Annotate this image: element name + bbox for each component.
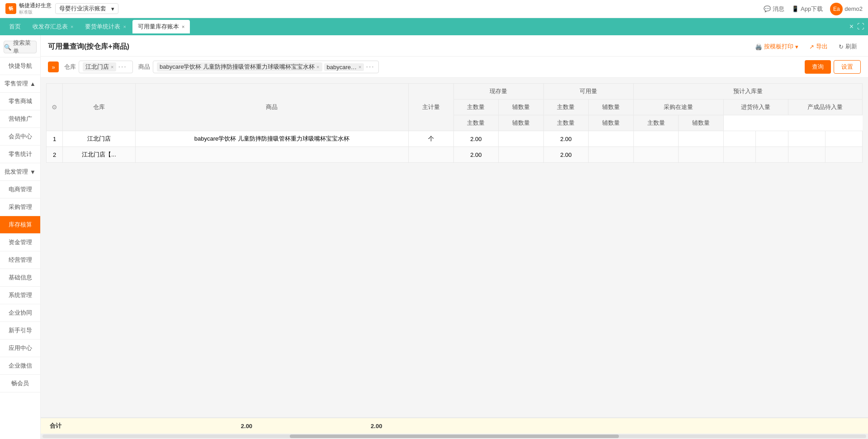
horizontal-scrollbar[interactable]: [41, 434, 868, 439]
sidebar-item-retail-mgmt[interactable]: 零售管理 ▲: [0, 75, 40, 93]
sidebar-item-retail-mall-label: 零售商城: [9, 98, 32, 104]
query-button[interactable]: 查询: [805, 60, 831, 74]
th-in-main: 主数量: [543, 115, 589, 131]
sidebar-item-sys-mgmt[interactable]: 系统管理: [0, 287, 40, 304]
top-bar-right: 💬 消息 📱 App下载 Ea demo2: [764, 3, 863, 15]
gear-icon[interactable]: ⚙: [52, 104, 57, 111]
td-avail-aux-1: [589, 131, 634, 147]
sidebar-item-basic-info[interactable]: 基础信息: [0, 269, 40, 287]
sidebar-item-inventory[interactable]: 库存核算: [0, 216, 40, 234]
product-tag-1-value: babycare学饮杯 儿童防摔防撞吸管杯重力球吸嘴杯宝宝水杯: [160, 63, 315, 71]
th-warehouse: 仓库: [63, 84, 136, 131]
sidebar-item-retail-stats-label: 零售统计: [9, 151, 32, 157]
td-curr-aux-1: [499, 131, 544, 147]
sidebar-item-enterprise[interactable]: 企业协同: [0, 304, 40, 322]
warehouse-tag-remove[interactable]: ×: [111, 64, 113, 70]
sidebar-item-wholesale-mgmt[interactable]: 批发管理 ▼: [0, 163, 40, 181]
sidebar-item-retail-mall[interactable]: 零售商城: [0, 93, 40, 110]
footer-cells: 2.00 2.00: [149, 423, 863, 430]
sidebar-item-ops-mgmt[interactable]: 经营管理: [0, 251, 40, 269]
chevron-down-icon: ▾: [111, 5, 114, 12]
sidebar-item-enterprise-wx[interactable]: 企业微信: [0, 357, 40, 375]
phone-icon: 📱: [792, 5, 799, 12]
filter-toggle-button[interactable]: »: [48, 61, 59, 72]
tab-close-all-button[interactable]: ×: [849, 23, 854, 31]
tab-available-stock[interactable]: 可用量库存账本 ×: [132, 20, 190, 33]
td-product-1: babycare学饮杯 儿童防摔防撞吸管杯重力球吸嘴杯宝宝水杯: [135, 131, 408, 147]
td-unit-2: [408, 147, 453, 163]
filter-more-dots[interactable]: ···: [118, 63, 127, 71]
td-curr-main-2: 2.00: [453, 147, 499, 163]
export-label: 导出: [816, 42, 828, 51]
refresh-icon: ↻: [839, 43, 844, 50]
sidebar-item-member-card[interactable]: 畅会员: [0, 375, 40, 392]
table-footer: 合计 2.00 2.00: [41, 417, 868, 434]
sidebar-item-sys-mgmt-label: 系统管理: [9, 292, 32, 298]
print-template-button[interactable]: 🖨️ 按模板打印 ▾: [751, 41, 802, 52]
sidebar-item-finance-mgmt[interactable]: 资金管理: [0, 234, 40, 251]
scrollbar-thumb[interactable]: [290, 434, 619, 438]
tab-expand-button[interactable]: ⛶: [857, 23, 864, 31]
tab-order-stats-label: 要货单统计表: [85, 23, 120, 31]
sidebar-item-marketing-label: 营销推广: [9, 115, 32, 122]
th-current-stock: 现存量: [453, 84, 543, 99]
sidebar-item-ecom-mgmt[interactable]: 电商管理: [0, 181, 40, 198]
message-button[interactable]: 💬 消息: [764, 5, 784, 13]
table-area: ⚙ 仓库 商品 主计量 现存量 可用量 预计入库量 主数量 辅数量 主数量 辅数…: [41, 78, 868, 417]
username: demo2: [844, 5, 863, 12]
warehouse-filter-input[interactable]: 江北门店 × ···: [79, 61, 133, 73]
export-icon: ↗: [809, 43, 814, 50]
td-warehouse-2: 江北门店【...: [63, 147, 136, 163]
export-button[interactable]: ↗ 导出: [806, 41, 831, 52]
footer-prod-main: [734, 423, 799, 430]
td-pt-aux-1: [679, 131, 724, 147]
tab-home[interactable]: 首页: [4, 20, 26, 33]
td-prod-main-2: [788, 147, 825, 163]
double-arrow-icon: »: [52, 64, 55, 71]
sidebar-item-app-center[interactable]: 应用中心: [0, 340, 40, 357]
sidebar-item-retail-stats[interactable]: 零售统计: [0, 146, 40, 163]
td-prod-aux-2: [825, 147, 862, 163]
th-available-aux: 辅数量: [589, 99, 634, 115]
td-in-main-1: [723, 131, 755, 147]
user-profile[interactable]: Ea demo2: [830, 3, 863, 15]
industry-selector[interactable]: 母婴行业演示账套 ▾: [55, 3, 118, 14]
th-available: 可用量: [543, 84, 633, 99]
tab-receivable[interactable]: 收发存汇总表 ×: [27, 20, 79, 33]
td-prod-main-1: [788, 131, 825, 147]
th-prod-aux: 辅数量: [679, 115, 724, 131]
product-filter-input[interactable]: babycare学饮杯 儿童防摔防撞吸管杯重力球吸嘴杯宝宝水杯 × babyca…: [153, 61, 379, 73]
sidebar-item-purchase-mgmt[interactable]: 采购管理: [0, 198, 40, 216]
tab-receivable-close[interactable]: ×: [71, 24, 73, 29]
search-icon: 🔍: [4, 44, 11, 51]
search-menu-button[interactable]: 🔍 搜索菜单: [4, 41, 37, 53]
sidebar-item-marketing[interactable]: 营销推广: [0, 110, 40, 128]
sidebar-item-quicknav[interactable]: 快捷导航: [0, 57, 40, 75]
sidebar-item-quicknav-label: 快捷导航: [9, 62, 32, 69]
tab-order-stats[interactable]: 要货单统计表 ×: [80, 20, 131, 33]
tab-home-label: 首页: [9, 23, 21, 31]
td-avail-main-1: 2.00: [543, 131, 589, 147]
print-template-label: 按模板打印: [764, 42, 793, 51]
sidebar-item-finance-mgmt-label: 资金管理: [9, 239, 32, 245]
product-tag-1-remove[interactable]: ×: [316, 64, 319, 70]
app-download-button[interactable]: 📱 App下载: [792, 5, 823, 13]
product-tag-2-remove[interactable]: ×: [359, 64, 361, 70]
tab-available-stock-close[interactable]: ×: [182, 24, 184, 29]
refresh-button[interactable]: ↻ 刷新: [835, 41, 861, 52]
td-in-aux-2: [756, 147, 788, 163]
industry-label: 母婴行业演示账套: [59, 5, 106, 13]
product-filter-more-dots[interactable]: ···: [366, 63, 374, 71]
tab-order-stats-close[interactable]: ×: [123, 24, 126, 29]
logo-text-group: 畅捷通好生意 标准版: [19, 2, 52, 15]
sidebar-item-new-guide[interactable]: 新手引导: [0, 322, 40, 340]
logo-app-name: 畅捷通好生意: [19, 2, 52, 9]
settings-button[interactable]: 设置: [834, 60, 861, 74]
th-purchase-transit: 采购在途量: [633, 99, 723, 115]
th-prod-main: 主数量: [633, 115, 679, 131]
table-row: 2 江北门店【... 2.00 2.00: [47, 147, 863, 163]
page-header: 可用量查询(按仓库+商品) 🖨️ 按模板打印 ▾ ↗ 导出 ↻ 刷新: [41, 35, 868, 57]
sidebar-item-member[interactable]: 会员中心: [0, 128, 40, 146]
refresh-label: 刷新: [845, 42, 857, 51]
sidebar-item-enterprise-label: 企业协同: [9, 309, 32, 316]
